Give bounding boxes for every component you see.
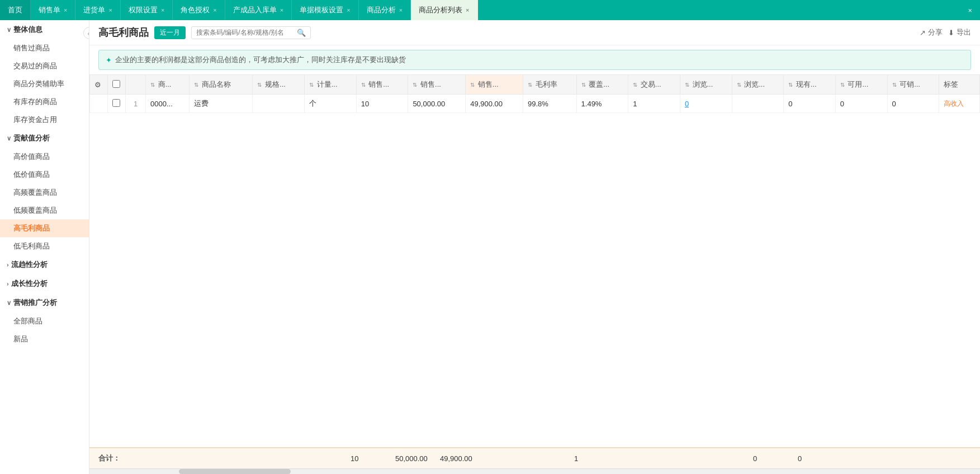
row-available-qty: 0 (835, 95, 887, 113)
col-transaction[interactable]: ⇅ 交易... (628, 75, 680, 95)
row-gross-rate: 99.8% (523, 95, 576, 113)
close-form-template[interactable]: × (347, 7, 350, 13)
row-sales-qty: 10 (356, 95, 408, 113)
sidebar-item-low-freq[interactable]: 低频覆盖商品 (0, 201, 89, 219)
sidebar-section-assets-analysis[interactable]: ∨ 贡献值分析 (0, 129, 89, 148)
sidebar-item-low-margin[interactable]: 低毛利商品 (0, 237, 89, 255)
table-container[interactable]: ⚙ ⇅ 商... ⇅ 商品名称 (89, 74, 980, 447)
col-row-num (126, 75, 146, 95)
row-sales-cost: 49,900.00 (466, 95, 523, 113)
col-coverage[interactable]: ⇅ 覆盖... (576, 75, 628, 95)
row-settings (90, 95, 108, 113)
top-nav: 首页 销售单 × 进货单 × 权限设置 × 角色授权 × 产成品入库单 × 单据… (0, 0, 980, 20)
row-checkbox[interactable] (108, 95, 126, 113)
sidebar-item-traded-goods[interactable]: 交易过的商品 (0, 57, 89, 75)
close-purchase-order[interactable]: × (108, 7, 112, 13)
col-browse2[interactable]: ⇅ 浏览... (732, 75, 784, 95)
sidebar-item-inventory-capital[interactable]: 库存资金占用 (0, 111, 89, 129)
select-all-checkbox[interactable] (112, 80, 120, 88)
export-icon: ⬇ (948, 29, 954, 37)
header-actions: ↗ 分享 ⬇ 导出 (920, 27, 971, 37)
section-arrow-overall: ∨ (7, 26, 11, 34)
sidebar-item-high-margin[interactable]: 高毛利商品 (0, 219, 89, 237)
share-btn[interactable]: ↗ 分享 (920, 27, 943, 37)
col-checkbox[interactable] (108, 75, 126, 95)
row-sales-amount: 50,000.00 (408, 95, 466, 113)
nav-sales-order[interactable]: 销售单 × (31, 0, 75, 20)
close-product-analysis[interactable]: × (399, 7, 403, 13)
close-product-analysis-list[interactable]: × (466, 7, 469, 13)
col-spec[interactable]: ⇅ 规格... (253, 75, 305, 95)
sidebar-section-marketing[interactable]: ∨ 营销推广分析 (0, 293, 89, 312)
footer-sales-qty: 10 (346, 454, 391, 463)
bottom-scrollbar[interactable] (89, 468, 980, 474)
section-arrow-marketing: ∨ (7, 299, 11, 307)
nav-product-entry[interactable]: 产成品入库单 × (225, 0, 292, 20)
sidebar-item-all-goods[interactable]: 全部商品 (0, 312, 89, 330)
sidebar-item-goods-assist-rate[interactable]: 商品分类辅助率 (0, 75, 89, 93)
col-settings[interactable]: ⚙ (90, 75, 108, 95)
table-header-row: ⚙ ⇅ 商... ⇅ 商品名称 (90, 75, 980, 95)
nav-permission-settings[interactable]: 权限设置 × (121, 0, 173, 20)
search-icon[interactable]: 🔍 (297, 29, 306, 37)
close-product-entry[interactable]: × (280, 7, 283, 13)
close-sales-order[interactable]: × (64, 7, 67, 13)
nav-purchase-order[interactable]: 进货单 × (75, 0, 120, 20)
sidebar-section-growth[interactable]: › 成长性分析 (0, 274, 89, 293)
nav-product-analysis[interactable]: 商品分析 × (359, 0, 411, 20)
col-current-qty[interactable]: ⇅ 现有... (784, 75, 836, 95)
col-tag: 标签 (939, 75, 980, 95)
info-banner: ✦ 企业的主要的利润都是这部分商品创造的，可考虑加大推广，同时关注库存是不要出现… (98, 50, 971, 70)
table-body: 1 0000... 运费 个 10 50,000.00 49,900.00 99… (90, 95, 980, 113)
col-sales-qty[interactable]: ⇅ 销售... (356, 75, 408, 95)
row-sellable-qty: 0 (887, 95, 939, 113)
col-gross-rate[interactable]: ⇅ 毛利率 (523, 75, 576, 95)
close-role-permission[interactable]: × (213, 7, 216, 13)
sidebar-section-overall-info[interactable]: ∨ 整体信息 (0, 20, 89, 39)
col-goods-name[interactable]: ⇅ 商品名称 (189, 75, 252, 95)
nav-product-analysis-list[interactable]: 商品分析列表 × (411, 0, 477, 20)
col-sales-amount[interactable]: ⇅ 销售... (408, 75, 466, 95)
row-current-qty: 0 (784, 95, 836, 113)
share-icon: ↗ (920, 29, 926, 37)
col-unit[interactable]: ⇅ 计量... (305, 75, 357, 95)
col-sales-cost[interactable]: ⇅ 销售... (466, 75, 523, 95)
sidebar-section-trend[interactable]: › 流趋性分析 (0, 255, 89, 274)
page-title: 高毛利商品 (98, 26, 149, 39)
row-spec (253, 95, 305, 113)
nav-form-template[interactable]: 单据模板设置 × (292, 0, 358, 20)
col-sku-code[interactable]: ⇅ 商... (146, 75, 190, 95)
sidebar-item-high-freq[interactable]: 高频覆盖商品 (0, 184, 89, 201)
search-input[interactable] (196, 29, 297, 36)
row-select-checkbox[interactable] (112, 99, 120, 107)
content-area: 高毛利商品 近一月 🔍 ↗ 分享 ⬇ 导出 ✦ 企业的主要的利润都是这部分商品创… (89, 20, 980, 474)
footer-sales-cost: 49,900.00 (435, 454, 480, 463)
col-sellable-qty[interactable]: ⇅ 可销... (887, 75, 939, 95)
filter-recent-month-btn[interactable]: 近一月 (154, 26, 186, 39)
search-box: 🔍 (191, 26, 311, 39)
sidebar-item-sales-goods[interactable]: 销售过商品 (0, 39, 89, 57)
nav-close-all[interactable]: × (960, 0, 980, 20)
sidebar-item-low-value[interactable]: 低价值商品 (0, 166, 89, 184)
sidebar: « ∨ 整体信息 销售过商品 交易过的商品 商品分类辅助率 有库存的商品 库存资… (0, 20, 89, 474)
sidebar-item-new-goods[interactable]: 新品 (0, 330, 89, 348)
close-permission-settings[interactable]: × (161, 7, 164, 13)
sidebar-item-in-stock-goods[interactable]: 有库存的商品 (0, 93, 89, 111)
row-unit: 个 (305, 95, 357, 113)
export-btn[interactable]: ⬇ 导出 (948, 27, 971, 37)
scrollbar-thumb[interactable] (179, 469, 291, 474)
sidebar-item-high-value[interactable]: 高价值商品 (0, 148, 89, 166)
row-num: 1 (126, 95, 146, 113)
footer-sales-amount: 50,000.00 (391, 454, 435, 463)
nav-home[interactable]: 首页 (0, 0, 31, 20)
footer-transaction: 1 (570, 454, 614, 463)
data-table: ⚙ ⇅ 商... ⇅ 商品名称 (89, 74, 980, 113)
row-goods-name: 运费 (189, 95, 252, 113)
nav-role-permission[interactable]: 角色授权 × (173, 0, 225, 20)
row-tag: 高收入 (939, 95, 980, 113)
row-browse1[interactable]: 0 (680, 95, 732, 113)
info-icon: ✦ (106, 56, 112, 64)
row-coverage: 1.49% (576, 95, 628, 113)
col-browse1[interactable]: ⇅ 浏览... (680, 75, 732, 95)
col-available-qty[interactable]: ⇅ 可用... (835, 75, 887, 95)
